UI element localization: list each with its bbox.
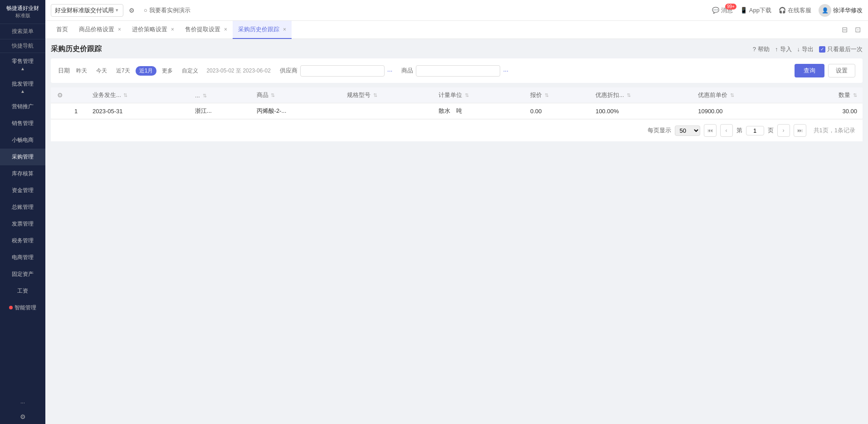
tab-collapse-button[interactable]: ⊟ [840, 24, 849, 36]
tab-price-settings-close[interactable]: × [118, 26, 121, 33]
sidebar-item-ecom-small[interactable]: 小畅电商 [0, 132, 45, 149]
per-page-select[interactable]: 50 10 20 100 [675, 125, 700, 136]
sidebar-item-inventory[interactable]: 库存核算 [0, 165, 45, 182]
th-discount-sort-icon[interactable]: ⇅ [627, 92, 631, 98]
tab-sale-price[interactable]: 售价提取设置 × [180, 21, 233, 39]
th-quote-sort-icon[interactable]: ⇅ [545, 92, 549, 98]
sidebar-item-assets[interactable]: 固定资产 [0, 266, 45, 283]
th-date-sort-icon[interactable]: ⇅ [123, 92, 127, 98]
supplier-dots-icon[interactable]: ··· [387, 67, 393, 74]
last-only-checkbox[interactable]: ✓ 只看最后一次 [819, 45, 863, 53]
row-dots: 浙江... [190, 103, 251, 119]
sidebar-item-invoice[interactable]: 发票管理 [0, 216, 45, 232]
sidebar-item-finance[interactable]: 资金管理 [0, 182, 45, 199]
retail-arrow-icon: ▲ [20, 66, 25, 71]
app-download-button[interactable]: 📱 App下载 [740, 6, 771, 14]
last-only-checkbox-box: ✓ [819, 46, 825, 53]
sidebar-logo: 畅捷通好业财 标准版 [0, 0, 45, 24]
date-option-last1m[interactable]: 近1月 [136, 66, 157, 76]
tabbar: 首页 商品价格设置 × 进价策略设置 × 售价提取设置 × 采购历史价跟踪 × … [45, 21, 868, 39]
user-name: 徐泽华修改 [833, 6, 863, 14]
tab-expand-button[interactable]: ⊡ [853, 24, 863, 36]
prev-page-button[interactable]: ‹ [720, 124, 733, 137]
th-gear: ⚙ [51, 87, 69, 103]
topbar-right: 💬 消息 99+ 📱 App下载 🎧 在线客服 👤 徐泽华修改 [712, 4, 863, 17]
user-menu[interactable]: 👤 徐泽华修改 [819, 4, 863, 17]
tab-price-settings-label: 商品价格设置 [79, 25, 114, 34]
tab-purchase-history-close[interactable]: × [283, 26, 286, 33]
tab-home-label: 首页 [56, 25, 68, 34]
row-quantity: 30.00 [797, 103, 863, 119]
table-container: ⚙ 业务发生... ⇅ ... ⇅ 商品 ⇅ [51, 87, 863, 119]
help-label: 帮助 [758, 45, 770, 53]
date-option-more[interactable]: 更多 [158, 66, 176, 76]
row-date: 2023-05-31 [87, 103, 190, 119]
version-dropdown[interactable]: 好业财标准版交付试用 ▾ [51, 4, 123, 17]
sidebar-item-ecom[interactable]: 电商管理 [0, 249, 45, 266]
th-dots-sort-icon[interactable]: ⇅ [203, 93, 207, 98]
date-option-custom[interactable]: 自定义 [178, 66, 202, 76]
th-pre-discount: 优惠前单价 ⇅ [692, 87, 797, 103]
online-service-button[interactable]: 🎧 在线客服 [779, 6, 811, 14]
date-option-yesterday[interactable]: 昨天 [73, 66, 91, 76]
sidebar-item-retail-label: 零售管理 [12, 58, 34, 65]
th-unit-sort-icon[interactable]: ⇅ [465, 92, 469, 98]
supplier-input[interactable] [300, 65, 385, 77]
last-only-label: 只看最后一次 [827, 45, 863, 53]
tab-home[interactable]: 首页 [51, 21, 73, 39]
smart-dot-icon [9, 306, 13, 309]
export-button[interactable]: ↓ 导出 [797, 45, 814, 53]
sidebar-item-ledger[interactable]: 总账管理 [0, 199, 45, 216]
tab-price-settings[interactable]: 商品价格设置 × [73, 21, 127, 39]
sidebar-item-smart-label: 智能管理 [15, 304, 36, 312]
sidebar-item-retail[interactable]: 零售管理 ▲ [0, 53, 45, 76]
sidebar-item-smart[interactable]: 智能管理 [0, 299, 45, 316]
settings-button[interactable]: 设置 [828, 64, 855, 77]
filter-actions: 查询 设置 [795, 64, 855, 77]
import-button[interactable]: ↑ 导入 [775, 45, 792, 53]
sidebar-more[interactable]: ··· [0, 396, 45, 410]
table-gear-icon[interactable]: ⚙ [57, 92, 63, 99]
sidebar-item-wholesale[interactable]: 批发管理 ▲ [0, 76, 45, 98]
sidebar-item-purchase[interactable]: 采购管理 [0, 149, 45, 165]
row-unit: 散水 吨 [433, 103, 525, 119]
tab-purchase-strategy[interactable]: 进价策略设置 × [127, 21, 180, 39]
th-quantity-sort-icon[interactable]: ⇅ [853, 92, 857, 98]
row-product: 丙烯酸-2-... [251, 103, 342, 119]
supplier-filter-label: 供应商 [280, 67, 297, 75]
message-button[interactable]: 💬 消息 99+ [712, 6, 733, 14]
topbar-gear-icon[interactable]: ⚙ [127, 5, 137, 16]
page-input[interactable] [746, 126, 764, 135]
product-input[interactable] [416, 65, 500, 77]
date-option-last7[interactable]: 近7天 [112, 66, 134, 76]
tab-purchase-strategy-close[interactable]: × [171, 26, 174, 33]
date-filter-label: 日期 [58, 67, 70, 75]
message-badge: 99+ [725, 4, 736, 10]
tab-sale-price-close[interactable]: × [224, 26, 227, 33]
tab-purchase-history[interactable]: 采购历史价跟踪 × [233, 21, 292, 39]
sidebar-item-payroll[interactable]: 工资 [0, 283, 45, 299]
sidebar-quicknav[interactable]: 快捷导航 [0, 39, 45, 53]
sidebar-search[interactable]: 搜索菜单 [0, 24, 45, 39]
th-product-sort-icon[interactable]: ⇅ [271, 92, 275, 98]
sidebar-item-tax[interactable]: 税务管理 [0, 232, 45, 249]
tab-sale-price-label: 售价提取设置 [185, 25, 220, 34]
product-dots-icon[interactable]: ··· [503, 67, 508, 74]
th-spec: 规格型号 ⇅ [341, 87, 433, 103]
demo-link[interactable]: ○ 我要看实例演示 [144, 6, 190, 14]
tabbar-right: ⊟ ⊡ [840, 24, 863, 36]
filter-bar: 日期 昨天 今天 近7天 近1月 更多 自定义 2023-05-02 至 202… [51, 58, 863, 83]
last-page-button[interactable]: ⏭ [794, 124, 806, 137]
th-pre-discount-sort-icon[interactable]: ⇅ [730, 92, 734, 98]
sidebar-item-sales[interactable]: 销售管理 [0, 115, 45, 132]
query-button[interactable]: 查询 [795, 64, 824, 77]
next-page-button[interactable]: › [777, 124, 790, 137]
sidebar-item-marketing[interactable]: 营销推广 [0, 98, 45, 115]
date-option-today[interactable]: 今天 [93, 66, 111, 76]
sidebar-gear-icon[interactable]: ⚙ [0, 410, 45, 424]
help-button[interactable]: ? 帮助 [753, 45, 770, 53]
first-page-button[interactable]: ⏮ [704, 124, 717, 137]
sidebar-item-inventory-label: 库存核算 [12, 170, 34, 178]
th-spec-sort-icon[interactable]: ⇅ [373, 92, 377, 98]
row-pre-discount: 10900.00 [692, 103, 797, 119]
